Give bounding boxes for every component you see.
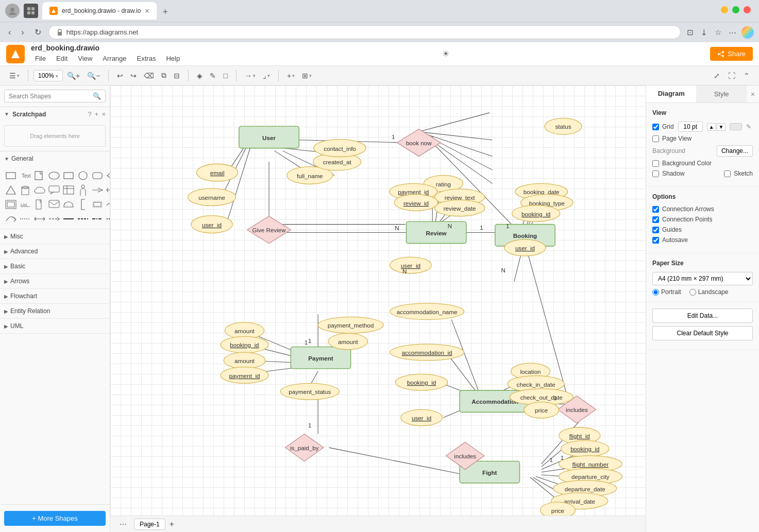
shape-callout[interactable] [47, 183, 61, 197]
new-tab-button[interactable]: + [159, 5, 173, 20]
uml-section-header[interactable]: ▶ UML [0, 319, 110, 333]
shape-arrow-left-right[interactable] [33, 212, 46, 226]
shape-triangle[interactable] [4, 183, 18, 197]
paste-button[interactable]: ⊟ [171, 70, 183, 82]
shape-person[interactable] [76, 183, 90, 197]
shape-double-dash[interactable] [105, 212, 110, 226]
shape-button[interactable]: □ [220, 70, 230, 82]
undo-button[interactable]: ↩ [114, 70, 126, 82]
misc-section-header[interactable]: ▶ Misc [0, 229, 110, 244]
shape-bracket[interactable] [76, 198, 90, 211]
arrows-section-header[interactable]: ▶ Arrows [0, 274, 110, 288]
save-page-button[interactable]: ⤓ [699, 26, 710, 39]
basic-section-header[interactable]: ▶ Basic [0, 259, 110, 273]
grid-size-down[interactable]: ▼ [717, 123, 726, 131]
shape-half-circle[interactable] [62, 198, 75, 211]
redo-button[interactable]: ↪ [127, 70, 140, 82]
menu-file[interactable]: File [31, 53, 50, 64]
shape-rect3[interactable] [91, 198, 104, 211]
shape-arrow-right[interactable] [91, 183, 104, 197]
grid-checkbox[interactable] [652, 124, 659, 130]
browser-tab[interactable]: erd_booking.drawio - draw.io × [42, 2, 157, 20]
landscape-radio[interactable] [689, 289, 696, 296]
reload-button[interactable]: ↻ [31, 25, 44, 39]
paper-size-select[interactable]: A4 (210 mm × 297 mm) [652, 272, 753, 285]
connection-style-button[interactable]: → ▾ [242, 70, 259, 82]
stroke-button[interactable]: ✎ [207, 70, 219, 82]
address-bar[interactable]: https://app.diagrams.net [48, 25, 681, 39]
menu-edit[interactable]: Edit [52, 53, 72, 64]
waypoint-button[interactable]: ⌟ ▾ [260, 70, 273, 82]
scratchpad-add-button[interactable]: + [95, 110, 99, 118]
grid-edit-button[interactable]: ✎ [746, 123, 751, 130]
tabs-icon[interactable] [24, 4, 38, 18]
forward-button[interactable]: › [18, 26, 27, 39]
shape-curve-arrow[interactable] [4, 212, 18, 226]
portrait-radio[interactable] [652, 289, 659, 296]
shape-dash-line[interactable] [19, 212, 32, 226]
tab-close-button[interactable]: × [145, 7, 149, 15]
scratchpad-close-button[interactable]: × [102, 110, 106, 118]
maximize-button[interactable] [732, 6, 739, 13]
settings-button[interactable]: ☀ [440, 47, 451, 61]
page-options-button[interactable]: ⋯ [116, 518, 130, 530]
shape-wave[interactable] [105, 198, 110, 211]
background-color-checkbox[interactable] [652, 160, 659, 167]
shape-rect2[interactable] [62, 169, 75, 182]
collapse-toolbar-button[interactable]: ⌃ [740, 70, 753, 82]
menu-arrange[interactable]: Arrange [98, 53, 130, 64]
tab-style[interactable]: Style [696, 85, 746, 102]
shape-cloud[interactable] [33, 183, 46, 197]
fill-button[interactable]: ◈ [194, 70, 206, 82]
shape-line-dotted[interactable] [47, 212, 61, 226]
zoom-display[interactable]: 100% ▾ [33, 70, 63, 81]
zoom-in-button[interactable]: 🔍+ [64, 70, 83, 82]
guides-checkbox[interactable] [652, 227, 659, 233]
page-view-checkbox[interactable] [652, 135, 659, 142]
shape-msg[interactable] [47, 198, 61, 211]
shape-rounded-rect[interactable] [91, 169, 104, 182]
bookmark-button[interactable]: ☆ [713, 26, 723, 39]
scratchpad-help-button[interactable]: ? [88, 110, 92, 118]
shape-rectangle[interactable] [4, 169, 18, 182]
share-button[interactable]: Diagram Share [710, 47, 753, 61]
shape-solid-line[interactable] [62, 212, 75, 226]
connection-points-checkbox[interactable] [652, 216, 659, 223]
shape-table[interactable] [62, 183, 75, 197]
close-button[interactable] [744, 6, 751, 13]
search-shapes-input[interactable]: 🔍 [4, 90, 106, 102]
menu-help[interactable]: Help [162, 53, 184, 64]
shape-rect-sub[interactable] [4, 198, 18, 211]
insert-button[interactable]: + ▾ [284, 70, 298, 82]
delete-button[interactable]: ⌫ [141, 70, 157, 82]
entity-relation-section-header[interactable]: ▶ Entity Relation [0, 304, 110, 318]
shadow-checkbox[interactable] [652, 170, 659, 177]
autosave-checkbox[interactable] [652, 237, 659, 244]
browser-profile-button[interactable] [741, 26, 754, 39]
zoom-out-button[interactable]: 🔍− [84, 70, 103, 82]
add-page-button[interactable]: + [170, 520, 174, 529]
shape-text2[interactable]: List [19, 198, 32, 211]
scratchpad-header[interactable]: ▼ Scratchpad ? + × [0, 107, 110, 121]
shape-double-arrow[interactable] [105, 183, 110, 197]
menu-extras[interactable]: Extras [133, 53, 160, 64]
clear-default-style-button[interactable]: Clear Default Style [652, 326, 753, 340]
flowchart-section-header[interactable]: ▶ Flowchart [0, 289, 110, 303]
edit-data-button[interactable]: Edit Data... [652, 308, 753, 323]
shape-diamond[interactable] [105, 169, 110, 182]
canvas-area[interactable]: 1 N N [110, 85, 646, 532]
more-options-button[interactable]: ⋯ [727, 26, 738, 39]
right-panel-close-button[interactable]: × [747, 85, 759, 102]
shape-text[interactable]: Text [19, 169, 32, 182]
full-screen-button[interactable]: ⛶ [725, 70, 738, 82]
more-shapes-button[interactable]: + More Shapes [4, 511, 106, 526]
shape-note[interactable] [33, 169, 46, 182]
sidebar-toggle-button[interactable]: ☰ ▾ [6, 70, 23, 82]
search-field[interactable] [9, 93, 90, 100]
page-tab[interactable]: Page-1 [134, 519, 165, 530]
back-button[interactable]: ‹ [5, 26, 14, 39]
grid-size-up[interactable]: ▲ [707, 123, 716, 131]
menu-view[interactable]: View [74, 53, 96, 64]
grid-color-box[interactable] [730, 123, 742, 130]
shape-circle[interactable] [76, 169, 90, 182]
